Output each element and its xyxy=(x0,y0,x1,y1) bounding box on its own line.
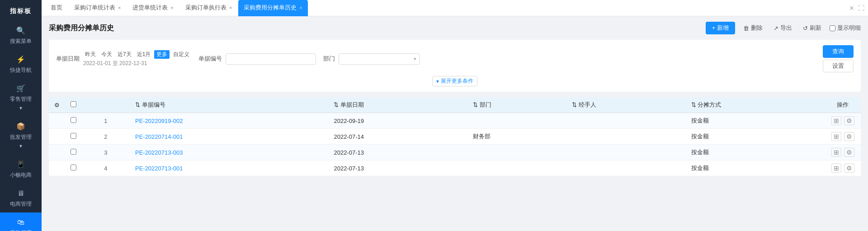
sidebar-logo: 指标板 xyxy=(10,4,32,21)
shortcut-7days[interactable]: 近7天 xyxy=(116,50,133,59)
chevron-down-icon: ▾ xyxy=(19,142,22,150)
retail-icon: 🛒 xyxy=(16,83,25,94)
close-all-icon[interactable]: ✕ xyxy=(849,5,854,12)
edit-icon[interactable]: ⚙ xyxy=(844,148,854,157)
delete-label: 删除 xyxy=(751,24,763,32)
row-dept xyxy=(467,160,566,176)
tab-purchase-order-exec-label: 采购订单执行表 xyxy=(185,4,226,12)
doc-num-link[interactable]: PE-20220713-001 xyxy=(135,165,183,172)
date-shortcuts: 昨天 今天 近7天 近1月 更多 自定义 xyxy=(83,50,191,59)
table-col-seq xyxy=(82,97,130,113)
tab-close-icon[interactable]: × xyxy=(229,5,232,10)
edit-icon[interactable]: ⚙ xyxy=(844,132,854,141)
delete-button[interactable]: 🗑 删除 xyxy=(741,22,765,34)
shortcut-more[interactable]: 更多 xyxy=(154,50,170,59)
row-seq: 2 xyxy=(82,129,130,145)
sidebar-item-wholesale[interactable]: 📦 批发管理 ▾ xyxy=(0,117,42,155)
tab-inbound-stat[interactable]: 进货单统计表 × xyxy=(127,0,179,16)
doc-num-input[interactable] xyxy=(226,53,316,65)
maximize-icon[interactable]: ⛶ xyxy=(858,5,864,12)
sidebar-item-purchase[interactable]: 🛍 采购管理 xyxy=(0,212,42,231)
action-icons-group: ⊞ ⚙ xyxy=(830,132,855,141)
tab-close-icon[interactable]: × xyxy=(299,5,302,10)
search-buttons: 查询 设置 xyxy=(823,45,854,72)
view-icon[interactable]: ⊞ xyxy=(831,164,841,173)
expand-label: 展开更多条件 xyxy=(441,77,473,85)
export-button[interactable]: ↗ 导出 xyxy=(771,22,795,34)
shortcut-yesterday[interactable]: 昨天 xyxy=(83,50,98,59)
tab-purchase-order-stat[interactable]: 采购订单统计表 × xyxy=(69,0,126,16)
ecommerce-icon: 🖥 xyxy=(17,188,24,199)
show-cols-toggle[interactable]: 显示明细 xyxy=(830,24,861,32)
sidebar-item-nav[interactable]: ⚡ 快捷导航 xyxy=(0,50,42,79)
dept-label: 部门 xyxy=(323,55,335,63)
row-checkbox[interactable] xyxy=(71,117,76,123)
edit-icon[interactable]: ⚙ xyxy=(844,164,854,173)
refresh-label: 刷新 xyxy=(810,24,821,32)
expand-button[interactable]: ▾ 展开更多条件 xyxy=(432,76,477,86)
row-checkbox[interactable] xyxy=(71,165,76,170)
table-row: 1 PE-20220919-002 2022-09-19 按金额 ⊞ ⚙ xyxy=(49,113,861,129)
table-col-handler[interactable]: ⇅ 经手人 xyxy=(566,97,685,113)
row-split-method: 按金额 xyxy=(686,160,825,176)
sidebar-item-mobile[interactable]: 📱 小畅电商 xyxy=(0,155,42,184)
row-setting-cell xyxy=(49,160,65,176)
tab-home-label: 首页 xyxy=(51,4,62,12)
row-checkbox[interactable] xyxy=(71,149,76,155)
action-icons-group: ⊞ ⚙ xyxy=(830,116,855,125)
table-col-split-method[interactable]: ⇅ 分摊方式 xyxy=(686,97,825,113)
sort-icon: ⇅ xyxy=(572,101,577,108)
table-container: ⚙ ⇅ 单据编号 ⇅ 单据日期 xyxy=(49,97,861,176)
shortcut-today[interactable]: 今天 xyxy=(99,50,114,59)
row-actions: ⊞ ⚙ xyxy=(825,160,861,176)
table-col-setting[interactable]: ⚙ xyxy=(49,97,65,113)
view-icon[interactable]: ⊞ xyxy=(831,148,841,157)
table-row: 4 PE-20220713-001 2022-07-13 按金额 ⊞ ⚙ xyxy=(49,160,861,176)
sidebar-item-label: 批发管理 xyxy=(10,133,32,141)
sidebar-item-ecommerce[interactable]: 🖥 电商管理 xyxy=(0,184,42,212)
view-icon[interactable]: ⊞ xyxy=(831,132,841,141)
row-doc-date: 2022-07-14 xyxy=(328,129,467,145)
row-seq: 1 xyxy=(82,113,130,129)
add-button[interactable]: + 新增 xyxy=(706,22,735,34)
export-icon: ↗ xyxy=(774,25,778,32)
tab-purchase-fee-history[interactable]: 采购费用分摊单历史 × xyxy=(238,0,307,16)
edit-icon[interactable]: ⚙ xyxy=(844,116,854,125)
sidebar-item-retail[interactable]: 🛒 零售管理 ▾ xyxy=(0,79,42,117)
row-checkbox-cell xyxy=(65,129,82,145)
export-label: 导出 xyxy=(780,24,792,32)
page-title: 采购费用分摊单历史 xyxy=(49,24,114,33)
tab-right-buttons: ✕ ⛶ xyxy=(849,5,864,12)
shortcut-1month[interactable]: 近1月 xyxy=(135,50,153,59)
row-split-method: 按金额 xyxy=(686,145,825,160)
doc-num-link[interactable]: PE-20220713-003 xyxy=(135,149,183,156)
tab-close-icon[interactable]: × xyxy=(118,5,121,10)
tab-purchase-order-exec[interactable]: 采购订单执行表 × xyxy=(180,0,237,16)
sidebar-item-search[interactable]: 🔍 搜索菜单 xyxy=(0,21,42,50)
table-col-doc-num[interactable]: ⇅ 单据编号 xyxy=(130,97,328,113)
view-icon[interactable]: ⊞ xyxy=(831,116,841,125)
row-split-method: 按金额 xyxy=(686,129,825,145)
table-col-dept[interactable]: ⇅ 部门 xyxy=(467,97,566,113)
show-cols-checkbox[interactable] xyxy=(830,25,835,31)
select-all-checkbox[interactable] xyxy=(71,101,76,107)
row-checkbox[interactable] xyxy=(71,133,76,139)
refresh-button[interactable]: ↺ 刷新 xyxy=(800,22,824,34)
show-cols-label: 显示明细 xyxy=(837,24,861,32)
wholesale-icon: 📦 xyxy=(16,121,25,132)
doc-num-link[interactable]: PE-20220919-002 xyxy=(135,118,183,124)
dept-select[interactable]: 财务部 xyxy=(339,53,420,65)
tab-home[interactable]: 首页 xyxy=(45,0,68,16)
row-doc-date: 2022-07-13 xyxy=(328,160,467,176)
doc-num-link[interactable]: PE-20220714-001 xyxy=(135,133,183,140)
table-col-doc-date[interactable]: ⇅ 单据日期 xyxy=(328,97,467,113)
shortcut-custom[interactable]: 自定义 xyxy=(171,50,191,59)
setting-button[interactable]: 设置 xyxy=(823,60,854,72)
mobile-icon: 📱 xyxy=(16,159,25,170)
query-button[interactable]: 查询 xyxy=(823,45,854,58)
row-dept: 财务部 xyxy=(467,129,566,145)
tab-close-icon[interactable]: × xyxy=(170,5,173,10)
action-icons-group: ⊞ ⚙ xyxy=(830,164,855,173)
row-setting-cell xyxy=(49,145,65,160)
delete-icon: 🗑 xyxy=(743,25,749,32)
